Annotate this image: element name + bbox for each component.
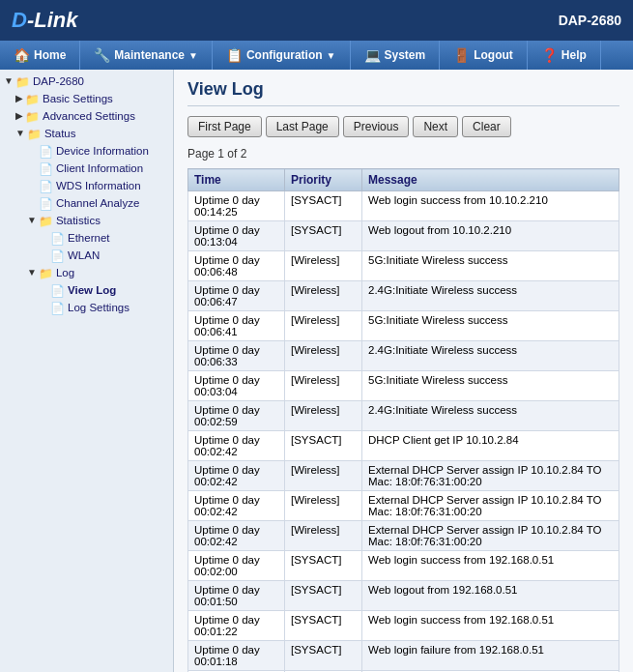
header: D-Link DAP-2680 [0,0,633,41]
cell-priority: [SYSACT] [285,191,362,221]
table-row: Uptime 0 day00:02:42 [Wireless] External… [188,461,619,491]
log-table: Time Priority Message Uptime 0 day00:14:… [187,168,619,672]
logout-icon: 🚪 [453,47,470,63]
table-row: Uptime 0 day00:01:50 [SYSACT] Web logout… [188,581,619,611]
cell-time: Uptime 0 day00:02:00 [188,551,285,581]
home-icon: 🏠 [14,47,30,63]
sidebar-item-label: Statistics [56,215,101,226]
table-row: Uptime 0 day00:02:42 [SYSACT] DHCP Clien… [188,431,619,461]
cell-message: External DHCP Server assign IP 10.10.2.8… [362,461,619,491]
table-row: Uptime 0 day00:14:25 [SYSACT] Web login … [188,191,619,221]
last-page-button[interactable]: Last Page [266,116,339,137]
table-row: Uptime 0 day00:03:04 [Wireless] 5G:Initi… [188,371,619,401]
previous-button[interactable]: Previous [343,116,410,137]
cell-time: Uptime 0 day00:03:04 [188,371,285,401]
sidebar-item-10[interactable]: 📄WLAN [0,248,173,265]
cell-time: Uptime 0 day00:06:41 [188,311,285,341]
cell-priority: [SYSACT] [285,581,362,611]
sidebar-item-6[interactable]: 📄WDS Information [0,178,173,195]
clear-button[interactable]: Clear [462,116,511,137]
cell-message: Web login failure from 192.168.0.51 [362,641,619,671]
sidebar-item-4[interactable]: 📄Device Information [0,143,173,161]
cell-time: Uptime 0 day00:01:22 [188,611,285,641]
doc-icon: 📄 [50,284,65,298]
button-row: First Page Last Page Previous Next Clear [187,116,619,137]
folder-icon: 📁 [15,75,30,89]
nav-help-label: Help [561,48,587,62]
cell-time: Uptime 0 day00:02:42 [188,461,285,491]
sidebar-item-2[interactable]: ▶📁Advanced Settings [0,108,173,126]
sidebar-item-1[interactable]: ▶📁Basic Settings [0,91,173,108]
next-button[interactable]: Next [413,116,458,137]
cell-message: 2.4G:Initiate Wireless success [362,401,619,431]
help-icon: ❓ [541,47,558,63]
sidebar-item-0[interactable]: ▼📁DAP-2680 [0,73,173,91]
sidebar-item-8[interactable]: ▼📁Statistics [0,213,173,230]
doc-icon: 📄 [39,145,53,159]
col-header-message: Message [362,169,619,191]
cell-priority: [SYSACT] [285,431,362,461]
table-row: Uptime 0 day00:01:22 [SYSACT] Web login … [188,611,619,641]
navbar: 🏠 Home 🔧 Maintenance ▼ 📋 Configuration ▼… [0,41,633,70]
table-row: Uptime 0 day00:02:59 [Wireless] 2.4G:Ini… [188,401,619,431]
page-info: Page 1 of 2 [187,147,619,161]
cell-message: Web logout from 192.168.0.51 [362,581,619,611]
nav-logout[interactable]: 🚪 Logout [440,41,528,70]
cell-time: Uptime 0 day00:02:42 [188,491,285,521]
cell-time: Uptime 0 day00:01:50 [188,581,285,611]
nav-system[interactable]: 💻 System [351,41,441,70]
sidebar-item-13[interactable]: 📄Log Settings [0,300,173,317]
cell-priority: [Wireless] [285,401,362,431]
table-row: Uptime 0 day00:06:33 [Wireless] 2.4G:Ini… [188,341,619,371]
cell-priority: [Wireless] [285,311,362,341]
sidebar-item-5[interactable]: 📄Client Information [0,161,173,178]
maintenance-icon: 🔧 [94,47,110,63]
nav-help[interactable]: ❓ Help [528,41,601,70]
table-row: Uptime 0 day00:06:48 [Wireless] 5G:Initi… [188,251,619,281]
sidebar-item-label: View Log [68,284,116,296]
sidebar-item-label: Log Settings [68,302,129,313]
table-row: Uptime 0 day00:01:18 [SYSACT] Web login … [188,641,619,671]
sidebar-item-label: Ethernet [68,232,109,244]
sidebar-item-label: DAP-2680 [33,75,84,87]
table-row: Uptime 0 day00:02:00 [SYSACT] Web login … [188,551,619,581]
cell-message: Web logout from 10.10.2.210 [362,221,619,251]
cell-priority: [Wireless] [285,371,362,401]
sidebar-item-7[interactable]: 📄Channel Analyze [0,195,173,213]
nav-home[interactable]: 🏠 Home [0,41,80,70]
cell-time: Uptime 0 day00:02:42 [188,431,285,461]
sidebar-item-11[interactable]: ▼📁Log [0,265,173,282]
cell-message: External DHCP Server assign IP 10.10.2.8… [362,491,619,521]
sidebar-item-label: Device Information [56,145,149,157]
doc-icon: 📄 [39,197,53,211]
cell-time: Uptime 0 day00:02:42 [188,521,285,551]
sidebar-item-label: Advanced Settings [43,110,135,122]
first-page-button[interactable]: First Page [187,116,262,137]
nav-configuration[interactable]: 📋 Configuration ▼ [213,41,351,70]
nav-maintenance[interactable]: 🔧 Maintenance ▼ [80,41,213,70]
cell-message: DHCP Client get IP 10.10.2.84 [362,431,619,461]
toggle-icon: ▶ [15,93,23,103]
sidebar-item-12[interactable]: 📄View Log [0,282,173,300]
cell-message: External DHCP Server assign IP 10.10.2.8… [362,521,619,551]
system-icon: 💻 [364,47,381,63]
cell-message: Web login success from 192.168.0.51 [362,551,619,581]
logo: D-Link [12,8,77,33]
content-area: View Log First Page Last Page Previous N… [174,70,633,672]
cell-message: 2.4G:Initiate Wireless success [362,281,619,311]
folder-icon: 📁 [27,128,42,141]
toggle-icon: ▼ [27,215,37,225]
col-header-time: Time [188,169,285,191]
cell-priority: [SYSACT] [285,551,362,581]
sidebar-item-label: WLAN [68,249,100,261]
cell-priority: [SYSACT] [285,221,362,251]
cell-time: Uptime 0 day00:06:48 [188,251,285,281]
table-row: Uptime 0 day00:06:47 [Wireless] 2.4G:Ini… [188,281,619,311]
cell-time: Uptime 0 day00:06:47 [188,281,285,311]
cell-priority: [Wireless] [285,461,362,491]
cell-message: Web login success from 192.168.0.51 [362,611,619,641]
maintenance-arrow: ▼ [188,50,198,61]
cell-time: Uptime 0 day00:02:59 [188,401,285,431]
sidebar-item-9[interactable]: 📄Ethernet [0,230,173,248]
sidebar-item-3[interactable]: ▼📁Status [0,126,173,143]
